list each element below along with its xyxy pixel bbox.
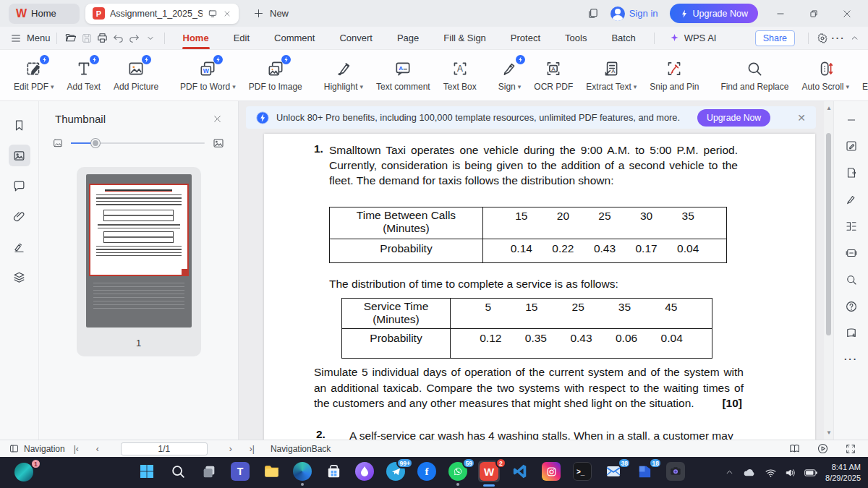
menu-tab-batch[interactable]: Batch bbox=[599, 27, 647, 49]
blue-app-icon[interactable]: 18 bbox=[634, 461, 655, 482]
auto-play-icon[interactable] bbox=[817, 442, 829, 455]
tab-wps-home[interactable]: W Home bbox=[9, 4, 80, 24]
slider-knob[interactable] bbox=[91, 139, 100, 147]
extract-text-button[interactable]: A Extract Text▾ bbox=[579, 59, 643, 92]
menu-tab-home[interactable]: Home bbox=[171, 27, 221, 49]
file-explorer-icon[interactable] bbox=[260, 461, 282, 482]
system-clock[interactable]: 8:41 AM 8/29/2025 bbox=[825, 462, 861, 484]
banner-upgrade-button[interactable]: Upgrade Now bbox=[697, 109, 770, 127]
text-comment-button[interactable]: A Text comment bbox=[370, 59, 437, 92]
volume-icon[interactable] bbox=[785, 468, 796, 478]
camera-app-icon[interactable] bbox=[665, 461, 686, 482]
banner-close-icon[interactable]: ✕ bbox=[797, 112, 806, 124]
text-box-button[interactable]: A Text Box bbox=[437, 59, 483, 92]
sign-in-button[interactable]: Sign in bbox=[610, 7, 658, 21]
windows-stack-icon[interactable] bbox=[587, 7, 599, 20]
close-panel-icon[interactable] bbox=[213, 114, 222, 124]
export-document-icon[interactable] bbox=[845, 166, 858, 179]
new-tab-button[interactable]: New bbox=[253, 8, 289, 19]
find-and-replace-button[interactable]: Find and Replace bbox=[714, 59, 795, 92]
start-button[interactable] bbox=[136, 461, 158, 482]
navigation-back-label[interactable]: NavigationBack bbox=[271, 444, 331, 454]
signature-panel-icon[interactable] bbox=[9, 236, 30, 257]
edge-browser-icon[interactable] bbox=[292, 461, 313, 482]
tray-expand-icon[interactable] bbox=[725, 468, 734, 477]
menu-tab-convert[interactable]: Convert bbox=[327, 27, 385, 49]
menu-tab-fill-sign[interactable]: Fill & Sign bbox=[431, 27, 498, 49]
onedrive-icon[interactable] bbox=[742, 468, 757, 478]
menu-tab-page[interactable]: Page bbox=[385, 27, 431, 49]
fullscreen-icon[interactable] bbox=[845, 443, 856, 455]
help-icon[interactable] bbox=[845, 300, 858, 313]
comments-panel-icon[interactable] bbox=[9, 175, 30, 197]
page-thumbnail[interactable]: 1 bbox=[77, 167, 201, 356]
attachments-panel-icon[interactable] bbox=[9, 205, 30, 227]
large-thumbnail-icon[interactable] bbox=[212, 137, 225, 150]
wps-office-icon[interactable]: W2 bbox=[478, 461, 500, 482]
scroll-down-arrow[interactable]: ▼ bbox=[826, 430, 831, 435]
edit-pdf-button[interactable]: Edit PDF▾ bbox=[7, 59, 61, 92]
page-indicator-input[interactable]: 1/1 bbox=[121, 442, 208, 455]
open-file-icon[interactable] bbox=[63, 30, 79, 46]
pdf-to-word-button[interactable]: W PDF to Word▾ bbox=[174, 59, 242, 92]
collapse-rail-icon[interactable] bbox=[846, 114, 857, 126]
close-tab-icon[interactable] bbox=[223, 9, 231, 18]
previous-page-button[interactable]: ‹ bbox=[88, 444, 108, 454]
notification-app-icon[interactable]: 1 bbox=[13, 461, 35, 483]
microsoft-store-icon[interactable] bbox=[323, 461, 344, 482]
whatsapp-icon[interactable]: 59 bbox=[447, 461, 469, 482]
more-tools-icon[interactable]: ··· bbox=[844, 354, 858, 364]
screen-capture-icon[interactable] bbox=[845, 247, 858, 260]
read-mode-icon[interactable] bbox=[788, 442, 801, 455]
upgrade-now-button[interactable]: Upgrade Now bbox=[670, 4, 758, 23]
share-button[interactable]: Share bbox=[755, 30, 795, 46]
wps-ai-button[interactable]: WPS AI bbox=[660, 33, 726, 43]
thumbnail-panel-icon[interactable] bbox=[9, 145, 30, 166]
first-page-button[interactable]: |‹ bbox=[65, 444, 88, 454]
task-view-icon[interactable] bbox=[198, 461, 220, 482]
next-page-button[interactable]: › bbox=[221, 444, 241, 454]
menu-tab-edit[interactable]: Edit bbox=[221, 27, 262, 49]
teams-icon[interactable]: T bbox=[229, 461, 251, 482]
redo-icon[interactable] bbox=[127, 30, 142, 46]
auto-scroll-button[interactable]: Auto Scroll▾ bbox=[795, 59, 856, 92]
eye-protection-mode-button[interactable]: Eye Protection Mod bbox=[856, 59, 868, 92]
add-picture-button[interactable]: Add Picture bbox=[107, 59, 165, 92]
battery-icon[interactable] bbox=[804, 468, 817, 477]
undo-icon[interactable] bbox=[111, 30, 127, 46]
snip-and-pin-button[interactable]: Snip and Pin bbox=[643, 59, 705, 92]
terminal-icon[interactable]: >_ bbox=[571, 461, 593, 482]
highlight-button[interactable]: Highlight▾ bbox=[318, 59, 370, 92]
search-icon[interactable] bbox=[845, 273, 858, 286]
bookmarks-panel-icon[interactable] bbox=[9, 114, 30, 136]
restore-button[interactable] bbox=[803, 3, 825, 25]
small-thumbnail-icon[interactable] bbox=[52, 137, 64, 149]
settings-gear-icon[interactable] bbox=[814, 30, 830, 46]
reflow-layout-icon[interactable] bbox=[845, 220, 858, 233]
sign-button[interactable]: Sign▾ bbox=[492, 59, 528, 92]
thumbnail-zoom-slider[interactable] bbox=[39, 129, 238, 157]
layers-panel-icon[interactable] bbox=[9, 266, 30, 288]
instagram-icon[interactable] bbox=[540, 461, 562, 482]
add-text-button[interactable]: Add Text bbox=[61, 59, 107, 92]
sign-tool-icon[interactable] bbox=[845, 193, 858, 206]
print-icon[interactable] bbox=[95, 30, 111, 46]
purple-drop-app-icon[interactable] bbox=[354, 461, 375, 482]
minimize-button[interactable] bbox=[770, 3, 791, 25]
scrollbar-thumb[interactable] bbox=[826, 133, 831, 335]
telegram-icon[interactable]: 99+ bbox=[385, 461, 407, 482]
save-icon[interactable] bbox=[79, 30, 95, 46]
taskbar-search-icon[interactable] bbox=[167, 461, 189, 482]
pdf-to-image-button[interactable]: PDF to Image bbox=[242, 59, 309, 92]
facebook-icon[interactable]: f bbox=[416, 461, 438, 482]
collapse-ribbon-icon[interactable] bbox=[846, 30, 862, 46]
close-window-button[interactable] bbox=[836, 3, 858, 25]
navigation-toggle[interactable]: Navigation bbox=[0, 443, 65, 454]
wifi-icon[interactable] bbox=[765, 468, 777, 478]
scroll-up-arrow[interactable]: ▲ bbox=[826, 106, 831, 111]
vscode-icon[interactable] bbox=[509, 461, 531, 482]
vertical-scrollbar[interactable]: ▲ ▼ bbox=[824, 101, 833, 440]
add-bookmark-icon[interactable] bbox=[845, 327, 858, 340]
tab-document[interactable]: P Assignment_1_2025_Simulatio bbox=[85, 4, 239, 24]
main-menu-button[interactable]: Menu bbox=[0, 33, 51, 44]
